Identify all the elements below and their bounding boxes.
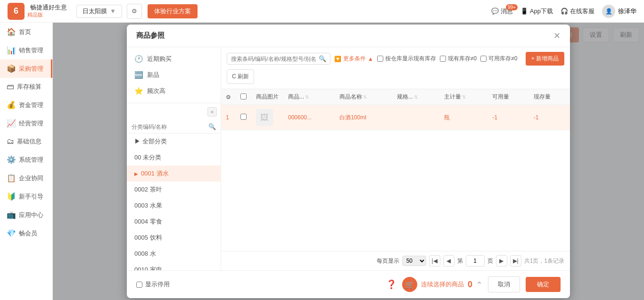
quick-link-recent[interactable]: 🕐 近期购买 <box>127 51 221 67</box>
refresh-button[interactable]: C 刷新 <box>227 69 254 84</box>
col-stock[interactable]: 现存量 <box>529 89 570 105</box>
confirm-button[interactable]: 确定 <box>526 277 561 292</box>
category-00[interactable]: 00 未分类 <box>127 150 221 166</box>
page-label: 第 <box>457 257 463 265</box>
sidebar-item-inventory[interactable]: 🗃 库存核算 <box>0 78 52 96</box>
col-image: 商品图片 <box>251 89 283 105</box>
cancel-button[interactable]: 取消 <box>488 276 520 292</box>
page-size-select[interactable]: 50 10 20 100 <box>402 256 426 266</box>
filter-label: 更多条件 <box>343 55 366 63</box>
row-num: 1 <box>221 105 236 130</box>
last-page-button[interactable]: ▶| <box>510 255 521 267</box>
app-download-button[interactable]: 📱 App下载 <box>520 7 553 16</box>
category-all-label: ▶ 全部分类 <box>134 137 167 146</box>
row-stock: -1 <box>529 105 570 130</box>
sidebar-label-apps: 应用中心 <box>19 211 43 219</box>
page-input[interactable] <box>466 255 485 267</box>
collapse-panel-button[interactable]: « <box>207 107 217 117</box>
next-page-button[interactable]: ▶ <box>496 255 507 267</box>
help-icon[interactable]: ❓ <box>386 279 396 290</box>
add-product-button[interactable]: + 新增商品 <box>526 52 564 66</box>
category-0001-arrow: ▶ <box>134 171 138 176</box>
sidebar-item-collab[interactable]: 📋 企业协同 <box>0 169 52 187</box>
category-0002[interactable]: 0002 茶叶 <box>127 182 221 198</box>
category-0005[interactable]: 0005 饮料 <box>127 230 221 246</box>
settings-icon[interactable]: ⚙ <box>127 4 142 19</box>
page-label2: 页 <box>487 257 493 265</box>
row-image-cell: 🖼 <box>251 105 283 130</box>
row-checkbox[interactable] <box>240 114 247 120</box>
home-icon: 🏠 <box>7 27 16 36</box>
category-0008-label: 0008 水 <box>134 250 156 258</box>
sidebar-item-system[interactable]: ⚙️ 系统管理 <box>0 150 52 169</box>
new-icon: 🆕 <box>134 71 143 79</box>
sidebar-item-apps[interactable]: 📺 应用中心 <box>0 206 52 224</box>
sidebar-item-operation[interactable]: 📈 经营管理 <box>0 114 52 133</box>
sidebar-item-sales[interactable]: 📊 销售管理 <box>0 41 52 59</box>
sidebar-item-home[interactable]: 🏠 首页 <box>0 23 52 41</box>
filter-button[interactable]: 🔽 更多条件 ▲ <box>334 55 373 63</box>
col-spec[interactable]: 规格...⇅ <box>392 89 439 105</box>
clock-icon: 🕐 <box>134 55 143 63</box>
search-icon[interactable]: 🔍 <box>319 55 326 62</box>
stock-checkbox[interactable] <box>440 56 446 62</box>
gear-icon[interactable]: ⚙ <box>226 94 231 100</box>
category-0003[interactable]: 0003 水果 <box>127 198 221 214</box>
message-button[interactable]: 💬 消息 99+ <box>491 7 513 16</box>
col-unit[interactable]: 主计量⇅ <box>439 89 488 105</box>
product-table: ⚙ 商品图片 <box>221 89 570 130</box>
category-0010[interactable]: 0010 家电 <box>127 262 221 270</box>
sort-spec-icon: ⇅ <box>414 94 418 100</box>
category-search-input[interactable] <box>132 124 206 130</box>
user-profile[interactable]: 👤 徐泽华 <box>602 5 636 18</box>
cart-icon[interactable]: 🛒 <box>402 277 417 292</box>
product-search-input[interactable] <box>231 56 316 62</box>
service-label: 在线客服 <box>570 7 594 16</box>
category-0008[interactable]: 0008 水 <box>127 246 221 262</box>
quick-link-frequent-label: 频次高 <box>147 87 165 95</box>
sidebar-item-basic[interactable]: 🗂 基础信息 <box>0 133 52 150</box>
col-available[interactable]: 可用量 <box>487 89 528 105</box>
sidebar-item-purchase[interactable]: 📦 采购管理 <box>0 59 52 78</box>
available-checkbox[interactable] <box>480 56 487 62</box>
sidebar-label-inventory: 库存核算 <box>17 83 41 91</box>
sidebar-label-home: 首页 <box>19 28 31 36</box>
collapse-cart-icon[interactable]: ⌃ <box>476 280 482 289</box>
sidebar-item-guide[interactable]: 🔰 新手引导 <box>0 187 52 206</box>
sidebar-item-member[interactable]: 💎 畅会员 <box>0 224 52 242</box>
table-row[interactable]: 1 🖼 000600... 白酒100ml <box>221 105 570 130</box>
category-all[interactable]: ▶ 全部分类 <box>127 133 221 150</box>
online-service-button[interactable]: 🎧 在线客服 <box>561 7 594 16</box>
trial-button[interactable]: 体验行业方案 <box>148 4 198 18</box>
col-settings: ⚙ <box>221 89 236 105</box>
show-disabled-checkbox[interactable] <box>136 282 142 288</box>
product-search-box: 🔍 <box>227 53 330 65</box>
store-selector[interactable]: 日太阳膜 ▼ <box>76 5 122 18</box>
quick-link-frequent[interactable]: ⭐ 频次高 <box>127 83 221 99</box>
select-all-checkbox[interactable] <box>240 93 247 100</box>
guide-icon: 🔰 <box>7 192 16 201</box>
category-0004[interactable]: 0004 零食 <box>127 214 221 230</box>
sidebar-item-finance[interactable]: 💰 资金管理 <box>0 96 52 114</box>
message-badge: 99+ <box>506 4 518 10</box>
quick-link-new[interactable]: 🆕 新品 <box>127 67 221 83</box>
checkbox-available: 可用库存≠0 <box>480 55 517 63</box>
col-code[interactable]: 商品...⇅ <box>283 89 335 105</box>
category-0010-label: 0010 家电 <box>134 266 162 270</box>
category-0001[interactable]: ▶ 0001 酒水 <box>127 166 221 182</box>
quick-link-recent-label: 近期购买 <box>147 55 172 63</box>
col-name[interactable]: 商品名称⇅ <box>335 89 392 105</box>
purchase-icon: 📦 <box>7 64 16 73</box>
logo-sub: 精品版 <box>27 11 67 18</box>
search-icon[interactable]: 🔍 <box>208 123 216 130</box>
warehouse-label: 按仓库显示现有库存 <box>385 55 436 63</box>
first-page-button[interactable]: |◀ <box>429 255 440 267</box>
user-name: 徐泽华 <box>618 7 636 16</box>
warehouse-checkbox[interactable] <box>377 56 383 62</box>
row-checkbox-cell <box>236 105 251 130</box>
pagination: 每页显示 50 10 20 100 |◀ ◀ 第 页 <box>221 251 570 270</box>
prev-page-button[interactable]: ◀ <box>443 255 454 267</box>
close-icon[interactable]: ✕ <box>553 32 561 40</box>
cart-info: 🛒 连续选择的商品 0 ⌃ <box>402 277 482 292</box>
checkbox-warehouse: 按仓库显示现有库存 <box>377 55 436 63</box>
